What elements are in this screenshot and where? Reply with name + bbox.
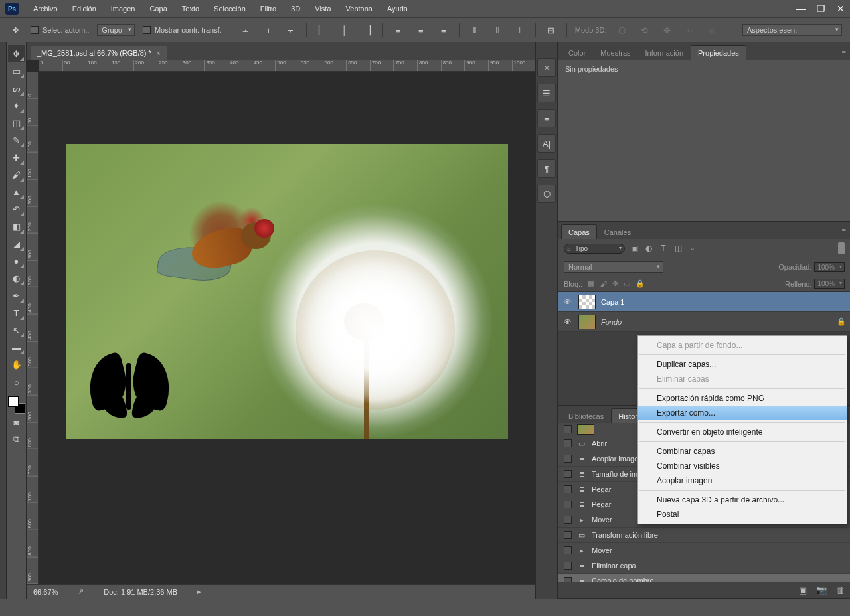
menu-vista[interactable]: Vista (308, 2, 337, 15)
blend-mode-dropdown[interactable]: Normal (564, 261, 663, 273)
history-item[interactable]: ≣Eliminar capa (558, 558, 850, 574)
3d-orbit-icon[interactable]: ⬡ (614, 23, 629, 37)
autoselect-checkbox[interactable] (31, 26, 39, 34)
history-checkbox[interactable] (564, 516, 572, 524)
dist-top-icon[interactable]: ≡ (391, 23, 406, 37)
tab-propiedades[interactable]: Propiedades (691, 45, 746, 60)
menu-3d[interactable]: 3D (284, 2, 307, 15)
group-dropdown[interactable]: Grupo (97, 24, 135, 36)
marquee-tool[interactable]: ▭ (8, 62, 25, 80)
lock-position-icon[interactable]: ✥ (612, 279, 618, 288)
lock-all-icon[interactable]: 🔒 (636, 279, 645, 288)
menu-ayuda[interactable]: Ayuda (381, 2, 414, 15)
filter-type-icon[interactable]: T (658, 244, 669, 253)
menu-seleccion[interactable]: Selección (207, 2, 252, 15)
dist-hcenter-icon[interactable]: ⦀ (490, 23, 505, 37)
layer-thumbnail[interactable] (578, 295, 596, 309)
history-checkbox[interactable] (564, 546, 572, 554)
menu-edicion[interactable]: Edición (66, 2, 103, 15)
dist-left-icon[interactable]: ⦀ (468, 23, 482, 37)
canvas-viewport[interactable] (39, 72, 535, 584)
filter-adjust-icon[interactable]: ◐ (643, 244, 654, 253)
new-snapshot-icon[interactable]: 📷 (816, 585, 827, 595)
align-bottom-icon[interactable]: ⫟ (284, 23, 298, 37)
move-tool[interactable]: ✥ (8, 45, 25, 62)
3d-slide-icon[interactable]: ↔ (682, 23, 697, 37)
context-menu-item[interactable]: Acoplar imagen (638, 473, 847, 488)
window-maximize[interactable]: ❐ (811, 2, 830, 15)
menu-imagen[interactable]: Imagen (104, 2, 142, 15)
tab-color[interactable]: Color (561, 45, 593, 60)
history-brush-tool[interactable]: ↶ (8, 200, 25, 218)
rail-histogram-icon[interactable]: ✳ (537, 58, 556, 77)
foreground-color[interactable] (8, 396, 19, 407)
export-icon[interactable]: ↗ (78, 587, 84, 596)
history-item[interactable]: ≣Cambio de nombre (558, 574, 850, 582)
brush-tool[interactable]: 🖌 (8, 166, 25, 183)
filter-shape-icon[interactable]: ◫ (673, 244, 683, 253)
fill-value[interactable]: 100% (814, 279, 845, 289)
align-vcenter-icon[interactable]: ⫞ (261, 23, 276, 37)
context-menu-item[interactable]: Duplicar capas... (638, 357, 847, 372)
stamp-tool[interactable]: ▲ (8, 183, 25, 200)
lock-artboard-icon[interactable]: ▭ (624, 279, 630, 288)
window-minimize[interactable]: — (792, 2, 810, 15)
layer-name[interactable]: Fondo (601, 318, 622, 326)
3d-roll-icon[interactable]: ⟲ (637, 23, 651, 37)
document-tab[interactable]: _MG_2581.psd al 66,7% (RGB/8) * × (31, 46, 167, 60)
close-tab-icon[interactable]: × (157, 50, 161, 57)
screen-mode-toggle[interactable]: ⧉ (8, 431, 25, 448)
history-item[interactable]: ▭Transformación libre (558, 528, 850, 543)
rail-navigator-icon[interactable]: ☰ (537, 84, 556, 102)
eraser-tool[interactable]: ◧ (8, 218, 25, 235)
filter-toggle[interactable] (838, 242, 845, 254)
tab-canales[interactable]: Canales (597, 224, 638, 239)
dist-vcenter-icon[interactable]: ≡ (414, 23, 428, 37)
context-menu-item[interactable]: Exportación rápida como PNG (638, 391, 847, 406)
layer-row[interactable]: 👁 Fondo 🔒 (558, 312, 850, 332)
3d-pan-icon[interactable]: ✥ (659, 23, 674, 37)
rail-brushes-icon[interactable]: ≡ (537, 109, 556, 127)
context-menu-item[interactable]: Combinar capas (638, 444, 847, 459)
context-menu-item[interactable]: Nueva capa 3D a partir de archivo... (638, 493, 847, 507)
layer-row[interactable]: 👁 Capa 1 (558, 292, 850, 312)
lock-pixels-icon[interactable]: ▦ (588, 279, 594, 288)
zoom-tool[interactable]: ⌕ (8, 373, 25, 390)
color-swatches[interactable] (8, 396, 25, 414)
gradient-tool[interactable]: ◢ (8, 235, 25, 252)
layer-filter-dropdown[interactable]: Tipo (564, 244, 625, 254)
panel-menu-icon[interactable]: ≡ (842, 47, 846, 55)
layer-thumbnail[interactable] (578, 315, 596, 329)
visibility-icon[interactable]: 👁 (562, 297, 573, 307)
menu-archivo[interactable]: Archivo (27, 2, 64, 15)
history-checkbox[interactable] (564, 562, 572, 570)
dodge-tool[interactable]: ◐ (8, 270, 25, 287)
pen-tool[interactable]: ✒ (8, 287, 25, 304)
history-checkbox[interactable] (564, 501, 572, 508)
dist-bottom-icon[interactable]: ≡ (436, 23, 451, 37)
workspace-dropdown[interactable]: Aspectos esen. (742, 24, 842, 36)
snapshot-thumbnail[interactable] (577, 424, 594, 435)
history-checkbox[interactable] (564, 577, 572, 582)
align-left-icon[interactable]: ▏ (315, 23, 329, 37)
quick-mask-toggle[interactable]: ◙ (8, 414, 25, 431)
history-item[interactable]: ▸Mover (558, 543, 850, 558)
eyedropper-tool[interactable]: ✎ (8, 131, 25, 149)
rail-paragraph-icon[interactable]: ¶ (537, 159, 556, 178)
context-menu-item[interactable]: Exportar como... (638, 406, 847, 420)
window-close[interactable]: ✕ (831, 2, 850, 15)
magic-wand-tool[interactable]: ✦ (8, 97, 25, 114)
dist-right-icon[interactable]: ⦀ (513, 23, 527, 37)
healing-tool[interactable]: ✚ (8, 149, 25, 166)
3d-zoom-icon[interactable]: ⌕ (705, 23, 719, 37)
rail-character-icon[interactable]: A| (537, 134, 556, 153)
menu-capa[interactable]: Capa (143, 2, 173, 15)
crop-tool[interactable]: ◫ (8, 114, 25, 131)
menu-filtro[interactable]: Filtro (254, 2, 283, 15)
history-checkbox[interactable] (564, 439, 572, 447)
history-checkbox[interactable] (564, 470, 572, 478)
layer-name[interactable]: Capa 1 (601, 298, 624, 306)
tab-informacion[interactable]: Información (638, 45, 691, 60)
snapshot-checkbox[interactable] (564, 425, 572, 433)
menu-texto[interactable]: Texto (175, 2, 206, 15)
